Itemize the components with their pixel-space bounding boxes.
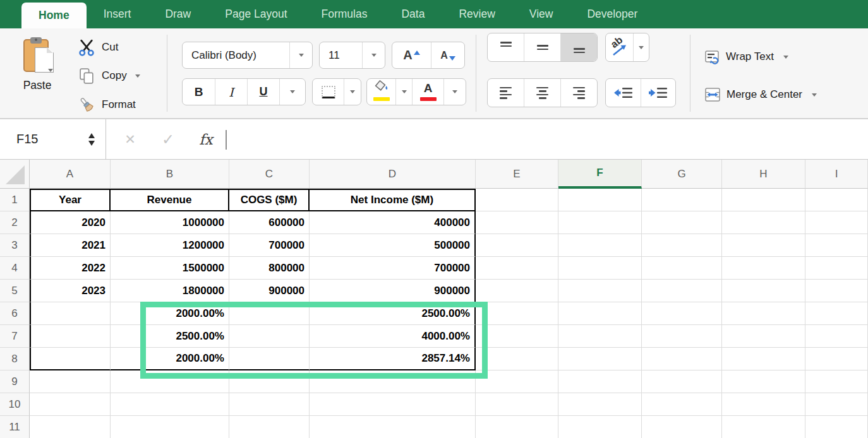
- tab-view[interactable]: View: [512, 0, 570, 28]
- column-header-E[interactable]: E: [476, 160, 558, 189]
- cell-A4[interactable]: 2022: [30, 257, 111, 280]
- align-bottom-button[interactable]: [561, 33, 597, 61]
- column-header-F[interactable]: F: [558, 160, 642, 189]
- row-header-5[interactable]: 5: [0, 280, 30, 302]
- select-all-corner[interactable]: [0, 160, 30, 189]
- row-header-2[interactable]: 2: [0, 211, 30, 234]
- cell-A1[interactable]: Year: [30, 189, 111, 211]
- cell-I9[interactable]: [805, 370, 868, 393]
- cell-E8[interactable]: [476, 348, 558, 370]
- column-header-A[interactable]: A: [30, 160, 111, 189]
- cell-A3[interactable]: 2021: [30, 234, 111, 257]
- borders-button[interactable]: [313, 79, 344, 105]
- tab-data[interactable]: Data: [384, 0, 442, 28]
- fill-color-dropdown[interactable]: [396, 79, 413, 105]
- column-header-I[interactable]: I: [805, 160, 868, 189]
- cell-E1[interactable]: [476, 189, 558, 211]
- wrap-text-button[interactable]: Wrap Text: [705, 45, 788, 68]
- column-header-C[interactable]: C: [229, 160, 310, 189]
- cell-H9[interactable]: [722, 370, 805, 393]
- cell-G2[interactable]: [642, 211, 722, 234]
- underline-dropdown[interactable]: [280, 79, 305, 105]
- formula-input-caret[interactable]: [226, 130, 227, 150]
- cell-G3[interactable]: [642, 234, 722, 257]
- cell-G7[interactable]: [642, 325, 722, 348]
- column-header-G[interactable]: G: [642, 160, 722, 189]
- cell-C4[interactable]: 800000: [229, 257, 310, 280]
- column-header-D[interactable]: D: [310, 160, 476, 189]
- column-header-B[interactable]: B: [111, 160, 229, 189]
- fill-color-button[interactable]: [367, 79, 396, 105]
- tab-formulas[interactable]: Formulas: [304, 0, 385, 28]
- column-header-H[interactable]: H: [722, 160, 805, 189]
- cell-C3[interactable]: 700000: [229, 234, 310, 257]
- cell-E4[interactable]: [476, 257, 558, 280]
- cell-D8[interactable]: 2857.14%: [310, 348, 476, 370]
- shrink-font-button[interactable]: A: [431, 42, 464, 68]
- cell-I2[interactable]: [805, 211, 868, 234]
- font-name-select[interactable]: Calibri (Body): [182, 42, 313, 69]
- cut-button[interactable]: Cut: [77, 36, 118, 59]
- cell-B3[interactable]: 1200000: [111, 234, 229, 257]
- cell-G8[interactable]: [642, 348, 722, 370]
- cell-H1[interactable]: [722, 189, 805, 211]
- cell-E5[interactable]: [476, 280, 558, 302]
- cell-F11[interactable]: [558, 416, 642, 438]
- cell-A10[interactable]: [30, 393, 111, 416]
- cell-F1[interactable]: [558, 189, 642, 211]
- align-right-button[interactable]: [561, 79, 597, 107]
- cell-B8[interactable]: 2000.00%: [111, 348, 229, 370]
- row-header-11[interactable]: 11: [0, 416, 30, 438]
- font-size-dropdown-icon[interactable]: [371, 54, 377, 57]
- underline-button[interactable]: U: [248, 79, 280, 105]
- cell-C1[interactable]: COGS ($M): [229, 189, 310, 211]
- cell-I3[interactable]: [805, 234, 868, 257]
- cell-C7[interactable]: [229, 325, 310, 348]
- row-header-9[interactable]: 9: [0, 370, 30, 393]
- font-color-button[interactable]: A: [413, 79, 444, 105]
- tab-insert[interactable]: Insert: [87, 0, 148, 28]
- cell-H6[interactable]: [722, 302, 805, 325]
- row-header-8[interactable]: 8: [0, 348, 30, 370]
- cell-D7[interactable]: 4000.00%: [310, 325, 476, 348]
- cell-A5[interactable]: 2023: [30, 280, 111, 302]
- cell-I1[interactable]: [805, 189, 868, 211]
- cell-F9[interactable]: [558, 370, 642, 393]
- merge-center-button[interactable]: Merge & Center: [705, 83, 817, 106]
- row-header-4[interactable]: 4: [0, 257, 30, 280]
- font-color-dropdown[interactable]: [444, 79, 466, 105]
- cell-G1[interactable]: [642, 189, 722, 211]
- cell-A6[interactable]: [30, 302, 111, 325]
- cell-D11[interactable]: [310, 416, 476, 438]
- cell-A11[interactable]: [30, 416, 111, 438]
- name-box-stepper[interactable]: [88, 119, 95, 159]
- increase-indent-button[interactable]: [641, 79, 675, 107]
- cell-A2[interactable]: 2020: [30, 211, 111, 234]
- font-name-dropdown-icon[interactable]: [299, 54, 304, 57]
- row-header-10[interactable]: 10: [0, 393, 30, 416]
- cell-F2[interactable]: [558, 211, 642, 234]
- cell-E11[interactable]: [476, 416, 558, 438]
- orientation-button[interactable]: ab: [606, 33, 634, 61]
- cell-B5[interactable]: 1800000: [111, 280, 229, 302]
- row-header-7[interactable]: 7: [0, 325, 30, 348]
- cell-G5[interactable]: [642, 280, 722, 302]
- tab-draw[interactable]: Draw: [148, 0, 208, 28]
- cell-D3[interactable]: 500000: [310, 234, 476, 257]
- cell-D2[interactable]: 400000: [310, 211, 476, 234]
- font-size-select[interactable]: 11: [319, 42, 385, 69]
- italic-button[interactable]: I: [215, 79, 248, 105]
- cell-I7[interactable]: [805, 325, 868, 348]
- cell-H2[interactable]: [722, 211, 805, 234]
- cell-H10[interactable]: [722, 393, 805, 416]
- cell-E3[interactable]: [476, 234, 558, 257]
- align-top-button[interactable]: [488, 33, 524, 61]
- cell-C6[interactable]: [229, 302, 310, 325]
- name-box[interactable]: F15: [0, 119, 106, 159]
- cell-I6[interactable]: [805, 302, 868, 325]
- cell-D9[interactable]: [310, 370, 476, 393]
- cell-C5[interactable]: 900000: [229, 280, 310, 302]
- cell-B2[interactable]: 1000000: [111, 211, 229, 234]
- tab-page-layout[interactable]: Page Layout: [208, 0, 304, 28]
- cell-C9[interactable]: [229, 370, 310, 393]
